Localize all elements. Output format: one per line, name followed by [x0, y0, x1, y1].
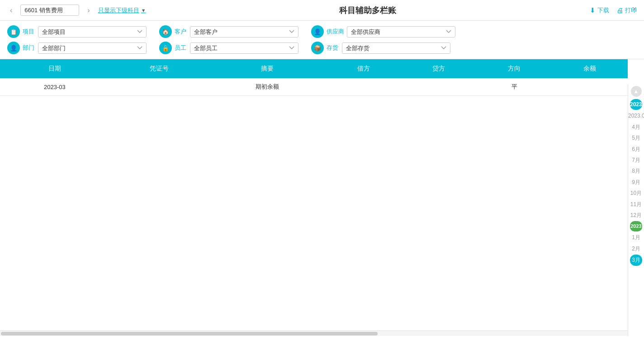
cell-balance	[552, 78, 628, 96]
col-balance: 余额	[552, 59, 628, 78]
timeline-item[interactable]: 6月	[628, 144, 644, 155]
download-icon: ⬇︎	[590, 6, 596, 14]
col-date: 日期	[0, 59, 109, 78]
timeline-item[interactable]: 10月	[628, 188, 644, 198]
toolbar-actions: ⬇︎ 下载 🖨 打印	[590, 6, 637, 14]
employee-icon: 🔒	[159, 42, 172, 54]
timeline-item[interactable]: 5月	[628, 132, 644, 143]
inventory-label: 存货	[327, 44, 339, 52]
filter-item-customer: 🏠 客户 全部客户	[159, 25, 298, 38]
department-label: 部门	[23, 44, 35, 52]
main-container: ‹ › 只显示下级科目 ▼ 科目辅助多栏账 ⬇︎ 下载 🖨 打印 × �	[0, 0, 644, 340]
timeline-item[interactable]: 2023.03	[630, 99, 642, 110]
cell-voucher	[109, 78, 209, 96]
inventory-icon: 📦	[311, 42, 324, 54]
inventory-select[interactable]: 全部存货	[342, 42, 450, 54]
timeline-item[interactable]: 1月	[628, 232, 644, 243]
timeline-item[interactable]: 7月	[628, 155, 644, 165]
chevron-down-icon: ▼	[141, 8, 146, 13]
project-label: 项目	[23, 28, 35, 36]
nav-prev-button[interactable]: ‹	[7, 5, 15, 15]
table-header-row: 日期 凭证号 摘要 借方 贷方 方向 余额	[0, 59, 628, 78]
timeline-items: 2023.032023.034月5月6月7月8月9月10月11月12月20231…	[628, 99, 644, 336]
main-table: 日期 凭证号 摘要 借方 贷方 方向 余额 2023-03 期初余额	[0, 59, 628, 96]
timeline-scroll-up-button[interactable]: ▲	[631, 86, 642, 97]
employee-select[interactable]: 全部员工	[190, 42, 298, 54]
customer-select[interactable]: 全部客户	[190, 26, 298, 38]
col-debit: 借方	[326, 59, 401, 78]
nav-next-button[interactable]: ›	[85, 5, 92, 15]
show-sub-button[interactable]: 只显示下级科目 ▼	[98, 6, 146, 14]
timeline-item[interactable]: 3月	[630, 255, 642, 265]
show-sub-label: 只显示下级科目	[98, 6, 139, 14]
filter-item-inventory: 📦 存货 全部存货	[311, 42, 450, 54]
supplier-icon: 👤	[311, 25, 324, 38]
filter-row-2: 👤 部门 全部部门 🔒 员工 全部员工 📦 存货	[7, 42, 637, 54]
employee-label: 员工	[175, 44, 187, 52]
department-icon: 👤	[7, 42, 20, 54]
timeline-sidebar: ▲ 2023.032023.034月5月6月7月8月9月10月11月12月202…	[628, 84, 644, 336]
cell-credit	[401, 78, 477, 96]
timeline-item[interactable]: 9月	[628, 177, 644, 188]
close-button[interactable]: ×	[632, 5, 637, 14]
timeline-item[interactable]: 11月	[628, 199, 644, 210]
download-label: 下载	[597, 6, 609, 14]
filter-row-1: 📋 项目 全部项目 🏠 客户 全部客户 👤 供应商	[7, 25, 637, 38]
timeline-item[interactable]: 4月	[628, 122, 644, 132]
timeline-item[interactable]: 12月	[628, 210, 644, 221]
customer-label: 客户	[175, 28, 187, 36]
chevron-up-icon: ▲	[634, 88, 639, 94]
table-and-timeline: 日期 凭证号 摘要 借方 贷方 方向 余额 2023-03 期初余额	[0, 59, 644, 336]
filter-item-department: 👤 部门 全部部门	[7, 42, 147, 54]
cell-date: 2023-03	[0, 78, 109, 96]
supplier-select[interactable]: 全部供应商	[347, 26, 455, 38]
download-button[interactable]: ⬇︎ 下载	[590, 6, 609, 14]
filter-item-employee: 🔒 员工 全部员工	[159, 42, 298, 54]
timeline-item[interactable]: 2023	[630, 221, 642, 231]
table-row: 2023-03 期初余额 平	[0, 78, 628, 96]
supplier-label: 供应商	[327, 28, 344, 36]
col-voucher: 凭证号	[109, 59, 209, 78]
page-title: 科目辅助多栏账	[152, 5, 584, 16]
filter-area: 📋 项目 全部项目 🏠 客户 全部客户 👤 供应商	[0, 21, 644, 59]
department-select[interactable]: 全部部门	[38, 42, 147, 54]
col-direction: 方向	[477, 59, 552, 78]
header-bar: ‹ › 只显示下级科目 ▼ 科目辅助多栏账 ⬇︎ 下载 🖨 打印 ×	[0, 0, 644, 21]
filter-item-project: 📋 项目 全部项目	[7, 25, 147, 38]
cell-summary: 期初余额	[209, 78, 326, 96]
filter-item-supplier: 👤 供应商 全部供应商	[311, 25, 455, 38]
customer-icon: 🏠	[159, 25, 172, 38]
timeline-item[interactable]: 2月	[628, 243, 644, 254]
content-area: 📋 项目 全部项目 🏠 客户 全部客户 👤 供应商	[0, 21, 644, 336]
cell-direction: 平	[477, 78, 552, 96]
timeline-item[interactable]: 2023.03	[628, 110, 644, 121]
timeline-item[interactable]: 8月	[628, 165, 644, 176]
cell-debit	[326, 78, 401, 96]
bottom-scrollbar[interactable]	[0, 331, 628, 336]
project-icon: 📋	[7, 25, 20, 38]
print-icon: 🖨	[616, 6, 623, 14]
project-select[interactable]: 全部项目	[38, 26, 147, 38]
table-container[interactable]: 日期 凭证号 摘要 借方 贷方 方向 余额 2023-03 期初余额	[0, 59, 644, 319]
account-code-input[interactable]	[20, 5, 79, 16]
col-summary: 摘要	[209, 59, 326, 78]
scrollbar-thumb	[1, 332, 378, 335]
col-credit: 贷方	[401, 59, 477, 78]
